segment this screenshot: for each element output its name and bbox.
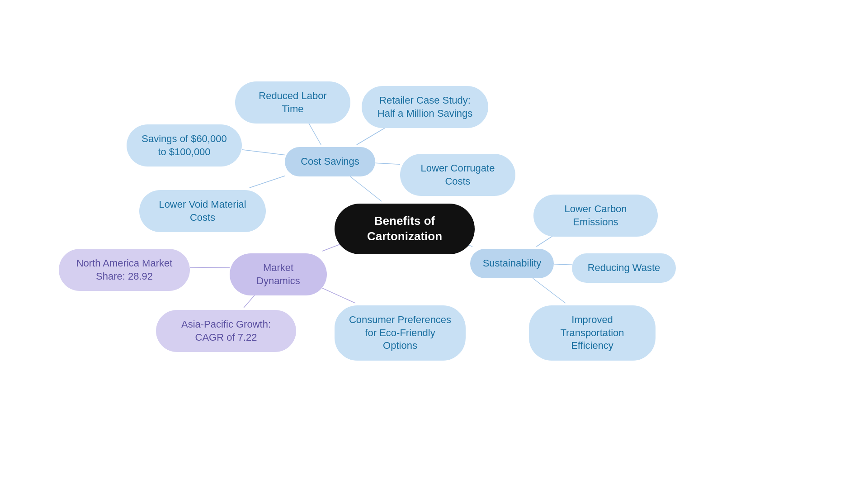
savings-60-100-node: Savings of $60,000 to $100,000 xyxy=(127,124,242,167)
cost-savings-node: Cost Savings xyxy=(285,147,375,176)
center-node: Benefits of Cartonization xyxy=(335,204,475,254)
lower-carbon-node: Lower Carbon Emissions xyxy=(533,195,658,237)
lower-void-node: Lower Void Material Costs xyxy=(139,190,266,232)
north-america-node: North America Market Share: 28.92 xyxy=(59,249,190,291)
svg-line-0 xyxy=(350,176,382,201)
sustainability-node: Sustainability xyxy=(470,249,554,278)
reducing-waste-node: Reducing Waste xyxy=(572,253,676,283)
market-dynamics-node: Market Dynamics xyxy=(230,253,327,295)
svg-line-4 xyxy=(375,163,400,164)
asia-pacific-node: Asia-Pacific Growth: CAGR of 7.22 xyxy=(156,310,296,352)
improved-transport-node: Improved Transportation Efficiency xyxy=(529,305,656,361)
retailer-case-node: Retailer Case Study: Half a Million Savi… xyxy=(362,86,488,128)
svg-line-13 xyxy=(533,278,566,303)
reduced-labor-node: Reduced Labor Time xyxy=(235,81,350,124)
svg-line-12 xyxy=(554,264,572,265)
svg-line-3 xyxy=(242,150,285,155)
consumer-pref-node: Consumer Preferences for Eco-Friendly Op… xyxy=(335,305,466,361)
svg-line-7 xyxy=(190,267,230,268)
lower-corrugate-node: Lower Corrugate Costs xyxy=(400,154,515,196)
svg-line-5 xyxy=(250,176,285,188)
